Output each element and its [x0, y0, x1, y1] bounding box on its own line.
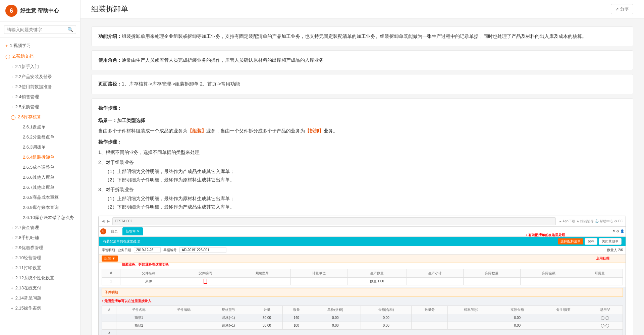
sidebar-item-1[interactable]: + 1.视频学习: [0, 40, 80, 51]
subtype-btn[interactable]: 组装 ▼: [102, 256, 118, 262]
cell-unit: [290, 277, 347, 285]
plus-icon-2-11: +: [11, 266, 13, 271]
sidebar-item-2-6-1[interactable]: 2.6.1盘点单: [11, 122, 80, 132]
tab-new[interactable]: 新增单 ✕: [122, 227, 143, 235]
lr2-remark: [540, 322, 587, 329]
form-count: 数量人 2/6: [607, 247, 623, 253]
sidebar-item-2-15[interactable]: + 2.15操作案例: [5, 303, 80, 313]
intro-label: 功能介绍：: [98, 34, 122, 39]
lcol-amount: 金额(含税): [361, 305, 411, 314]
lcol-qty: 数量: [283, 305, 310, 314]
sidebar-item-2-4[interactable]: + 2.4销售管理: [5, 92, 80, 102]
sidebar-item-2-6-8[interactable]: 2.6.8商品成本重算: [11, 192, 80, 203]
share-button[interactable]: ↗ 分享: [611, 4, 633, 14]
col-parent-code: 父件编码: [177, 269, 234, 277]
sidebar-item-2-6-10[interactable]: 2.6.10库存账本错了怎么办: [11, 213, 80, 223]
role-label: 使用角色：: [98, 57, 122, 63]
plus-icon-2-4: +: [11, 95, 13, 100]
tab-home[interactable]: 自页: [108, 227, 121, 235]
cell-actual-amt: [520, 277, 577, 285]
lr2-v: ◯ ◯: [587, 322, 623, 329]
sidebar-item-2-5[interactable]: + 2.5采购管理: [5, 102, 80, 112]
search-area: 🔍: [0, 22, 80, 38]
form-order-input[interactable]: [179, 247, 226, 253]
cell-actual-qty: [464, 277, 520, 285]
col-parent-name: 父件名称: [120, 269, 177, 277]
sidebar-item-2-13[interactable]: + 2.13在线支付: [5, 283, 80, 293]
col-actual-qty: 实际数量: [464, 269, 520, 277]
col-avail: 可用量: [577, 269, 623, 277]
sidebar-item-2-8[interactable]: + 2.8手机旺铺: [5, 233, 80, 243]
sidebar-item-2-1[interactable]: + 2.1新手入门: [5, 62, 80, 72]
search-input[interactable]: [7, 27, 66, 32]
lower-row-3: 3: [102, 329, 623, 335]
sidebar: 6 好生意 帮助中心 🔍 + 1.视频学习 ◯ 2.帮助文档 + 2.1新手入门…: [0, 0, 80, 335]
annotation-bottom: ↑ 无固定清单可以在这里直接录入: [99, 298, 626, 305]
page-title: 组装拆卸单: [91, 4, 128, 14]
subtype-wrapper: 组装 ▼ 启用处理 ↑ 组装业务、拆卸业务在这里切换: [99, 255, 626, 263]
lower-row-2: 商品2 规格(+1) 30.00 100 0.00 0.00: [102, 322, 623, 329]
plus-icon-2-13: +: [11, 286, 13, 291]
lr2-amt: 0.00: [361, 322, 411, 329]
lr2-price: 0.00: [310, 322, 361, 329]
upper-table-header-row: # 父件名称 父件编码 规格型号 计量单位 生产数量 生产小计 实际数量 实际金…: [102, 269, 623, 277]
lr2-name: 商品2: [116, 322, 161, 329]
plus-icon-2-1: +: [11, 64, 13, 69]
annotation-top-arrow: ↓ 有装配清单的在这里处理: [526, 232, 565, 238]
lr2-q2: [412, 322, 448, 329]
steps-card: 操作步骤： 场景一：加工类型选择 当由多个子件材料组装成一个成品的业务为【组装】…: [91, 98, 633, 335]
sidebar-item-2-12[interactable]: + 2.12系统个性化设置: [5, 273, 80, 283]
plus-icon-2-15: +: [11, 306, 13, 311]
plus-icon-2-7: +: [11, 225, 13, 230]
lr1-q2: [412, 314, 448, 322]
sidebar-item-2-6-3[interactable]: 2.6.3调拨单: [11, 142, 80, 152]
lr2-code: [161, 322, 206, 329]
sidebar-item-2[interactable]: ◯ 2.帮助文档: [0, 51, 80, 62]
lower-row-1: 商品1 规格(+1) 30.00 140 0.00 0.00: [102, 314, 623, 322]
fake-screen: ◀ ▶ TEST-H002 ☁ App下载 ★ 招铺辅导 ⚓ 帮助中心 ⚙ CC…: [99, 216, 626, 335]
sidebar-item-2-10[interactable]: + 2.10经营管理: [5, 253, 80, 263]
lr2-tax: [447, 322, 495, 329]
save-btn[interactable]: 保存: [585, 238, 597, 245]
col-actual-amt: 实际金额: [520, 269, 577, 277]
sidebar-item-2-6-4[interactable]: 2.6.4组装拆卸单: [11, 152, 80, 162]
form-type-label: 库管明细: [102, 247, 115, 253]
sidebar-item-2-11[interactable]: + 2.11打印设置: [5, 263, 80, 273]
lcol-actual: 实际金额: [495, 305, 540, 314]
step-3: 3、对于拆装业务: [98, 185, 626, 194]
sidebar-item-2-3[interactable]: + 2.3使用前数据准备: [5, 82, 80, 92]
sidebar-item-2-6-2[interactable]: 2.6.2分量盘点单: [11, 132, 80, 142]
sidebar-item-2-6[interactable]: ◯ 2.6库存核算: [5, 112, 80, 122]
sidebar-item-2-7[interactable]: + 2.7资金管理: [5, 223, 80, 233]
plus-icon-2-8: +: [11, 235, 13, 240]
content-area: 功能介绍：组装拆卸单用来处理企业组装或拆卸等加工业务，支持有固定装配清单的产品加…: [80, 18, 644, 335]
sidebar-item-2-14[interactable]: + 2.14常见问题: [5, 293, 80, 303]
cell-avail: [577, 277, 623, 285]
sidebar-item-2-6-7[interactable]: 2.6.7其他出库单: [11, 182, 80, 192]
cell-qty: 数量 1.00: [347, 277, 407, 285]
close-other-btn[interactable]: 关闭其他单: [599, 238, 622, 245]
sidebar-item-2-6-5[interactable]: 2.6.5成本调整单: [11, 162, 80, 172]
sidebar-item-2-6-9[interactable]: 2.6.9库存账本查询: [11, 203, 80, 213]
sidebar-item-2-2[interactable]: + 2.2产品安装及登录: [5, 72, 80, 82]
plus-icon-2-14: +: [11, 296, 13, 301]
sidebar-item-2-9[interactable]: + 2.9优惠券管理: [5, 243, 80, 253]
col-num: #: [102, 269, 120, 277]
nav-sub-group-2: + 2.1新手入门 + 2.2产品安装及登录 + 2.3使用前数据准备 + 2.…: [0, 62, 80, 313]
lr2-num: [102, 322, 116, 329]
plus-icon-2-3: +: [11, 85, 13, 90]
path-card: 页面路径：1、库存核算->库存管理->组装拆卸单 2、首页->常用功能: [91, 74, 633, 94]
plus-icon-2-10: +: [11, 256, 13, 261]
sidebar-item-2-6-6[interactable]: 2.6.6其他入库单: [11, 172, 80, 182]
lower-table-wrapper: # 子件名称 子件编码 规格型号 计量 数量 单价(含税) 金额(含税) 数量分: [99, 305, 626, 335]
select-material-btn[interactable]: 选择配料清单: [558, 238, 583, 244]
plus-icon-2-9: +: [11, 245, 13, 250]
search-icon[interactable]: 🔍: [67, 27, 73, 32]
steps-title-2: 操作步骤：: [98, 138, 626, 146]
plus-icon: +: [5, 43, 8, 48]
step3-sub-1: （1）上部明细为父件明细，最终作为原材料生成其它出库单；: [105, 194, 626, 203]
logo-area: 6 好生意 帮助中心: [0, 0, 80, 22]
form-date-input[interactable]: [134, 247, 161, 253]
path-text: 1、库存核算->库存管理->组装拆卸单 2、首页->常用功能: [122, 81, 240, 87]
lcol-num: #: [102, 305, 116, 314]
